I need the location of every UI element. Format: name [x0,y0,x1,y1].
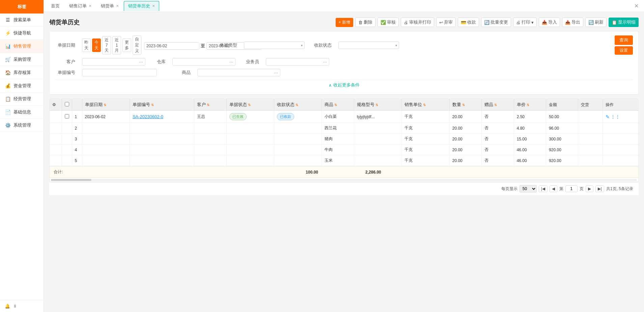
td-doc-no[interactable] [130,134,194,145]
page-number-input[interactable] [565,185,578,192]
show-detail-button[interactable]: 📋 显示明细 [609,18,639,27]
th-spec[interactable]: 规格型号 ⇅ [354,99,401,111]
tab-delivery-history[interactable]: 销货单历史 ✕ [124,1,159,11]
export-button[interactable]: 📤 导出 [562,18,583,27]
th-settings[interactable]: ⚙ [50,99,62,111]
date-today[interactable]: 今天 [92,38,101,52]
product-input[interactable] [198,69,272,76]
payment-status-select[interactable] [338,42,399,49]
td-doc-no[interactable] [130,155,194,166]
td-actions[interactable] [603,123,638,134]
date-7days[interactable]: 近7天 [102,36,111,54]
sidebar-item-search[interactable]: ☰ 搜索菜单 [0,14,44,27]
page-title: 销货单历史 [49,18,80,26]
td-actions[interactable] [603,134,638,145]
tab-sales-order-close[interactable]: ✕ [89,4,91,8]
page-next-btn[interactable]: ▶ [586,185,593,192]
tab-sales-order[interactable]: 销售订单 ✕ [65,1,96,11]
th-unit-price[interactable]: 单价 ⇅ [514,99,546,111]
page-last-btn[interactable]: ▶| [595,185,604,192]
settings-button[interactable]: 设置 [615,46,633,55]
import-button[interactable]: 📥 导入 [539,18,560,27]
date-custom[interactable]: 自定义 [133,35,141,55]
page-prev-btn[interactable]: ◀ [550,185,557,192]
audit-print-button[interactable]: 🖨 审核并打印 [401,18,434,27]
warehouse-input[interactable] [173,58,227,65]
th-doc-date[interactable]: 单据日期 ⇅ [82,99,130,111]
sidebar-item-finance[interactable]: 💰 资金管理 [0,79,44,93]
new-button[interactable]: + 新增 [336,18,353,27]
td-doc-no[interactable] [130,145,194,155]
sidebar-item-basic[interactable]: 📄 基础信息 [0,106,44,119]
doc-no-link[interactable]: SA-20230602-0 [133,114,163,119]
td-checkbox[interactable] [62,145,72,155]
refresh-button[interactable]: 🔃 刷新 [585,18,607,27]
tab-close-all[interactable]: ✕ [632,3,641,9]
sidebar-item-quicknav[interactable]: ⚡ 快捷导航 [0,27,44,40]
audit-button[interactable]: ✅ 审核 [377,18,399,27]
td-checkbox[interactable] [62,123,72,134]
sidebar-item-purchase[interactable]: 🛒 采购管理 [0,53,44,66]
th-payment-status[interactable]: 收款状态 ⇅ [274,99,321,111]
delete-icon: 🗑 [358,20,363,25]
abandon-button[interactable]: ↩ 弃审 [436,18,456,27]
th-qty[interactable]: 数量 ⇅ [449,99,481,111]
th-customer[interactable]: 客户 ⇅ [194,99,226,111]
page-first-btn[interactable]: |◀ [539,185,548,192]
product-dots-icon[interactable]: ··· [272,70,280,75]
td-actions[interactable] [603,155,638,166]
horizontal-scrollbar[interactable] [50,178,638,182]
staff-input[interactable] [266,58,321,65]
warehouse-dots-icon[interactable]: ··· [227,59,235,64]
date-label: 单据日期 [55,42,75,48]
th-doc-status[interactable]: 单据状态 ⇅ [226,99,274,111]
td-actions[interactable]: ✎ ⋮⋮ [603,111,638,123]
th-doc-no[interactable]: 单据编号 ⇅ [130,99,194,111]
td-doc-date [82,155,130,166]
sidebar-item-sales[interactable]: 📊 销售管理 [0,40,44,53]
td-doc-no[interactable]: SA-20230602-0 [130,111,194,123]
filter-panel: 单据日期 昨天 今天 近7天 近1月 更多 自定义 至 [49,31,639,95]
th-unit[interactable]: 销售单位 ⇅ [402,99,449,111]
customer-input[interactable] [82,58,137,65]
collapse-button[interactable]: ∧ 收起更多条件 [55,80,633,90]
pause-icon[interactable]: ⏸ [13,304,17,309]
main-content: 首页 销售订单 ✕ 销货单 ✕ 销货单历史 ✕ ✕ 销货单历史 + 新增 🗑 删… [44,0,644,312]
select-all-checkbox[interactable] [65,102,69,106]
print-button[interactable]: 🖨 打印 ▾ [513,18,537,27]
staff-input-wrapper: ··· [266,58,329,66]
td-checkbox[interactable] [62,155,72,166]
th-gift[interactable]: 赠品 ⇅ [482,99,514,111]
doc-no-input[interactable] [82,69,157,76]
tab-delivery-close[interactable]: ✕ [116,4,119,8]
td-doc-no[interactable] [130,123,194,134]
delete-button[interactable]: 🗑 删除 [355,18,375,27]
date-yesterday[interactable]: 昨天 [82,38,91,52]
date-from-input[interactable] [144,42,199,50]
th-product[interactable]: 商品 ⇅ [322,99,354,111]
tab-delivery[interactable]: 销货单 ✕ [96,1,123,11]
td-checkbox[interactable] [62,111,72,123]
sidebar-item-label: 快捷导航 [13,30,31,36]
tab-delivery-history-close[interactable]: ✕ [152,4,155,8]
date-more[interactable]: 更多 [122,38,131,52]
sidebar-item-system[interactable]: ⚙️ 系统管理 [0,119,44,132]
tab-home[interactable]: 首页 [47,1,64,11]
customer-dots-icon[interactable]: ··· [137,59,145,64]
td-checkbox[interactable] [62,134,72,145]
query-button[interactable]: 查询 [615,35,633,45]
staff-dots-icon[interactable]: ··· [321,59,329,64]
sidebar-item-operations[interactable]: 📋 经营管理 [0,93,44,106]
doc-type-select[interactable] [244,42,305,49]
batch-change-button[interactable]: 🔄 批量变更 [481,18,511,27]
notification-icon[interactable]: 🔔 [5,304,10,309]
scrollbar-thumb[interactable] [51,179,91,181]
collect-button[interactable]: 💳 收款 [458,18,479,27]
td-actions[interactable] [603,145,638,155]
page-size-select[interactable]: 50 100 [520,185,537,192]
finance-icon: 💰 [5,83,11,88]
sort-spec-icon: ⇅ [375,103,378,107]
sidebar-item-inventory[interactable]: 🏠 库存核算 [0,66,44,79]
date-1month[interactable]: 近1月 [112,36,121,54]
td-payment-status [274,155,321,166]
